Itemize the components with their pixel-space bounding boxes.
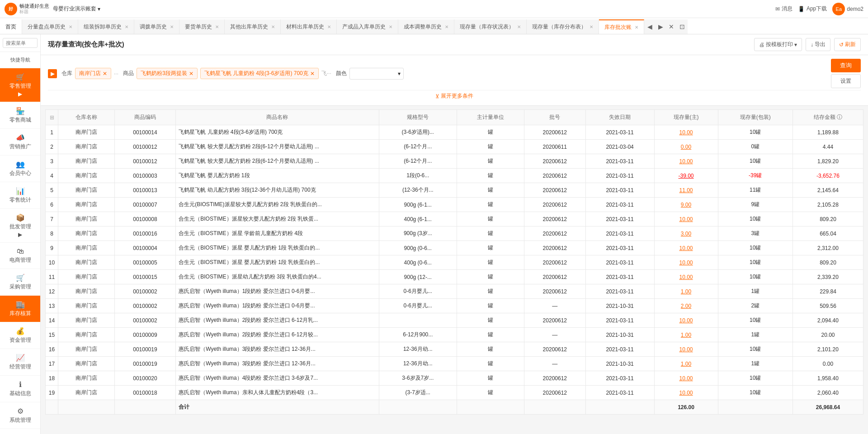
product-tag-1-close[interactable]: ✕ bbox=[189, 71, 193, 77]
tab-yaohuo[interactable]: 要货单历史✕ bbox=[179, 19, 225, 34]
tab-home[interactable]: 首页 bbox=[0, 19, 22, 34]
logo-area: 好 畅捷通好生意 标题 bbox=[5, 3, 49, 15]
sidebar-item-label-inventory: 库存核算 bbox=[9, 310, 31, 317]
color-filter: 颜色 ▾ bbox=[336, 68, 404, 80]
filter-expand-btn[interactable]: ▶ bbox=[48, 69, 57, 78]
sidebar-item-enterprise[interactable]: 🤝 企业协同 bbox=[0, 429, 40, 434]
member-icon: 👥 bbox=[16, 160, 25, 169]
col-spec-header: 规格型号 bbox=[379, 110, 457, 125]
sidebar-item-label-system: 系统管理 bbox=[9, 416, 31, 424]
col-warehouse-header: 仓库名称 bbox=[58, 110, 115, 125]
warehouse-filter: 仓库 南岸门店 ✕ ··· bbox=[61, 68, 118, 79]
summary-stock: 126.00 bbox=[654, 400, 718, 415]
logo-text: 畅捷通好生意 标题 bbox=[19, 3, 49, 14]
sidebar-item-label-wholesale: 批发管理 bbox=[9, 223, 31, 231]
warehouse-label: 仓库 bbox=[61, 70, 72, 77]
tab-cailiao[interactable]: 材料出库单历史✕ bbox=[281, 19, 337, 34]
arrow-icon2: ▶ bbox=[18, 231, 22, 238]
header-actions: 🖨 按模板打印 ▾ ↓ 导出 ↺ 刷新 bbox=[754, 38, 861, 51]
sidebar-item-system[interactable]: ⚙ 系统管理 bbox=[0, 402, 40, 429]
expand-icon: ⊻ bbox=[435, 93, 439, 99]
table-row: 15 南岸门店 00100009 惠氏启智（Wyeth illuma）2段奶粉 … bbox=[46, 328, 863, 342]
tab-zuzhuang[interactable]: 组装拆卸单历史✕ bbox=[78, 19, 134, 34]
table-container[interactable]: ⊞ 仓库名称 商品编码 商品名称 规格型号 主计量单位 批号 失效日期 现存量(… bbox=[41, 106, 868, 434]
table-row: 9 南岸门店 00100004 合生元（BIOSTIME）派星 婴儿配方奶粉 1… bbox=[46, 241, 863, 255]
app-download-button[interactable]: 📱 App下载 bbox=[798, 5, 827, 13]
print-chevron-icon: ▾ bbox=[794, 42, 797, 48]
sidebar-item-label-ecommerce: 电商管理 bbox=[9, 256, 31, 264]
message-icon: ✉ bbox=[775, 6, 780, 12]
col-stock-main-header: 现存量(主) bbox=[654, 110, 718, 125]
table-row: 12 南岸门店 00100002 惠氏启智（Wyeth illuma）1段奶粉 … bbox=[46, 284, 863, 299]
product-tag-1[interactable]: 飞鹤奶粉3段两提装 ✕ bbox=[137, 68, 198, 79]
product-tag-2-close[interactable]: ✕ bbox=[310, 71, 315, 77]
warehouse-tag-close[interactable]: ✕ bbox=[103, 71, 107, 77]
purchase-icon: 🛒 bbox=[16, 274, 25, 282]
workspace-selector[interactable]: 母婴行业演示账套 ▾ bbox=[53, 5, 100, 13]
tab-next-btn[interactable]: ▶ bbox=[655, 19, 666, 34]
sidebar-item-inventory[interactable]: 🏬 库存核算 bbox=[0, 296, 40, 322]
table-row: 13 南岸门店 00100002 惠氏启智（Wyeth illuma）1段奶粉 … bbox=[46, 299, 863, 313]
operation-icon: 📈 bbox=[16, 354, 25, 362]
sidebar-item-marketing[interactable]: 📣 营销推广 bbox=[0, 129, 40, 156]
content-area: 现存量查询(按仓库+批次) 🖨 按模板打印 ▾ ↓ 导出 ↺ 刷新 bbox=[41, 34, 868, 434]
col-stock-pkg-header: 现存量(包装) bbox=[718, 110, 793, 125]
search-input[interactable] bbox=[3, 38, 38, 48]
refresh-button[interactable]: ↺ 刷新 bbox=[834, 38, 861, 51]
sidebar-item-finance[interactable]: 💰 资金管理 bbox=[0, 322, 40, 349]
tab-more-btn[interactable]: ⊡ bbox=[677, 19, 688, 34]
product-tag-2[interactable]: 飞鹤星飞帆 儿童奶粉 4段(3-6岁适用) 700克 ✕ bbox=[200, 68, 319, 79]
col-settings-icon[interactable]: ⊞ bbox=[50, 114, 54, 121]
sidebar-item-operation[interactable]: 📈 经营管理 bbox=[0, 349, 40, 376]
sidebar-item-label-purchase: 采购管理 bbox=[9, 283, 31, 291]
expand-row: ⊻ 展开更多条件 bbox=[48, 90, 861, 102]
product-more[interactable]: 飞··· bbox=[321, 70, 331, 77]
settings-button[interactable]: 设置 bbox=[831, 74, 861, 88]
warehouse-tag[interactable]: 南岸门店 ✕ bbox=[75, 68, 111, 79]
page-title: 现存量查询(按仓库+批次) bbox=[48, 40, 124, 49]
filter-area: ▶ 仓库 南岸门店 ✕ ··· 商品 飞鹤奶粉3段两提装 ✕ bbox=[41, 55, 868, 106]
tab-close-btn[interactable]: ✕ bbox=[666, 19, 677, 34]
tab-chuku[interactable]: 其他出库单历史✕ bbox=[225, 19, 281, 34]
tab-chengben[interactable]: 成本调整单历史✕ bbox=[398, 19, 454, 34]
sidebar-item-label-operation: 经营管理 bbox=[9, 363, 31, 371]
sidebar-item-retail-stat[interactable]: 📊 零售统计 bbox=[0, 182, 40, 209]
user-area[interactable]: Ea demo2 bbox=[832, 3, 863, 15]
sidebar-item-label-member: 会员中心 bbox=[9, 170, 31, 177]
tab-xiancun2[interactable]: 现存量（库存分布表）✕ bbox=[527, 19, 599, 34]
sidebar-item-wholesale[interactable]: 📦 批发管理 ▶ bbox=[0, 209, 40, 243]
sidebar-item-member[interactable]: 👥 会员中心 bbox=[0, 156, 40, 182]
tab-xiancun1[interactable]: 现存量（库存状况表）✕ bbox=[454, 19, 527, 34]
tab-prev-btn[interactable]: ◀ bbox=[644, 19, 655, 34]
table-row: 4 南岸门店 00100003 飞鹤星飞帆 婴儿配方奶粉 1段 1段(0-6..… bbox=[46, 169, 863, 183]
sidebar-item-label-finance: 资金管理 bbox=[9, 336, 31, 344]
sidebar-quick-nav-item[interactable]: 快捷导航 bbox=[0, 54, 40, 66]
query-button[interactable]: 查询 bbox=[831, 59, 861, 72]
system-icon: ⚙ bbox=[17, 407, 24, 415]
download-icon: 📱 bbox=[798, 6, 805, 12]
export-button[interactable]: ↓ 导出 bbox=[806, 38, 830, 51]
col-settings-header[interactable]: ⊞ bbox=[46, 110, 58, 125]
tab-diaobao[interactable]: 调拨单历史✕ bbox=[134, 19, 179, 34]
retail-icon: 🛒 bbox=[16, 73, 25, 81]
warehouse-more[interactable]: ··· bbox=[114, 71, 118, 77]
table-row: 19 南岸门店 00100018 惠氏启智（Wyeth illuma）亲和人体儿… bbox=[46, 386, 863, 400]
sidebar-item-ecommerce[interactable]: 🛍 电商管理 bbox=[0, 243, 40, 269]
messages-button[interactable]: ✉ 消息 bbox=[775, 5, 793, 13]
print-button[interactable]: 🖨 按模板打印 ▾ bbox=[754, 38, 802, 51]
table-row: 3 南岸门店 00100012 飞鹤星飞帆 较大婴儿配方奶粉 2段(6-12个月… bbox=[46, 154, 863, 169]
table-row: 16 南岸门店 00100019 惠氏启智（Wyeth illuma）3段奶粉 … bbox=[46, 342, 863, 357]
sidebar: 快捷导航 🛒 零售管理 ▶ 🏪 零售商城 📣 营销推广 👥 会员中心 📊 零售统… bbox=[0, 34, 41, 434]
sidebar-item-retail[interactable]: 🛒 零售管理 ▶ bbox=[0, 68, 40, 102]
filter-row: ▶ 仓库 南岸门店 ✕ ··· 商品 飞鹤奶粉3段两提装 ✕ bbox=[48, 59, 861, 88]
color-input[interactable]: ▾ bbox=[349, 68, 404, 80]
tab-kucun-pici[interactable]: 库存批次账✕ bbox=[599, 19, 644, 34]
tab-chanpin[interactable]: 产成品入库单历史✕ bbox=[337, 19, 398, 34]
sidebar-item-basic[interactable]: ℹ 基础信息 bbox=[0, 376, 40, 402]
product-filter: 商品 飞鹤奶粉3段两提装 ✕ 飞鹤星飞帆 儿童奶粉 4段(3-6岁适用) 700… bbox=[123, 68, 331, 79]
expand-conditions-btn[interactable]: ⊻ 展开更多条件 bbox=[435, 92, 473, 100]
tab-fenpan[interactable]: 分量盘点单历史✕ bbox=[22, 19, 78, 34]
sidebar-search-area bbox=[0, 34, 40, 52]
sidebar-item-purchase[interactable]: 🛒 采购管理 bbox=[0, 269, 40, 296]
sidebar-item-retail-shop[interactable]: 🏪 零售商城 bbox=[0, 102, 40, 129]
